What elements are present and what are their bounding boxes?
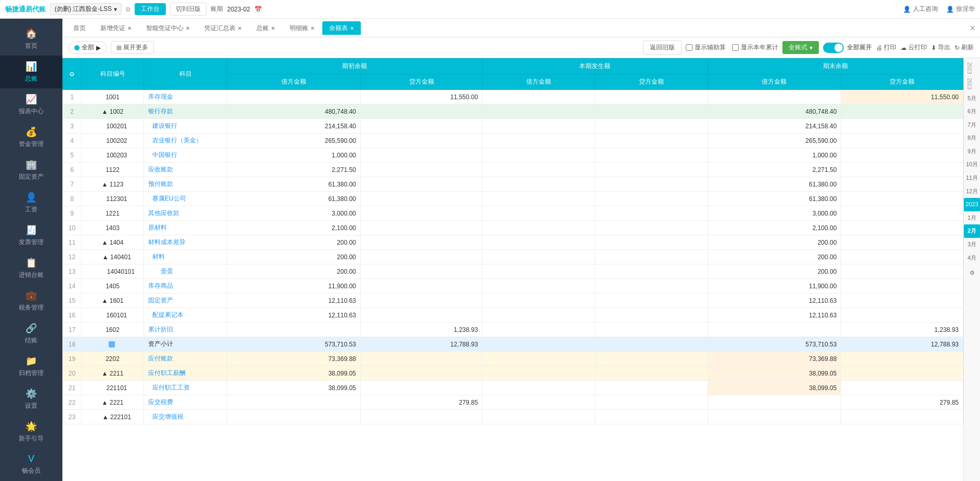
sidebar-item-closing[interactable]: 🔗 结账 xyxy=(0,317,62,350)
row-no: 19 xyxy=(63,352,82,366)
gear-icon[interactable]: ⚙ xyxy=(69,71,75,78)
th-settings[interactable]: ⚙ xyxy=(63,59,82,90)
month-2-current[interactable]: 2月 xyxy=(964,224,980,238)
tab-new-voucher[interactable]: 新增凭证 ✕ xyxy=(94,21,138,35)
refresh-button[interactable]: ↻ 刷新 xyxy=(955,43,974,52)
account-link[interactable]: 材料成本差异 xyxy=(148,238,186,246)
tab-voucher-summary-close[interactable]: ✕ xyxy=(238,25,242,31)
account-link[interactable]: 银行存款 xyxy=(148,108,173,115)
account-link[interactable]: 累计折旧 xyxy=(148,326,173,333)
sidebar-item-invoice[interactable]: 🧾 发票管理 xyxy=(0,219,62,252)
sidebar-item-guide[interactable]: 🌟 新手引导 xyxy=(0,416,62,448)
expand-icon: ⊞ xyxy=(116,44,122,51)
sidebar-item-payroll[interactable]: 👤 工资 xyxy=(0,186,62,219)
workbench-button[interactable]: 工作台 xyxy=(135,3,166,15)
account-link[interactable]: 配提累记本 xyxy=(152,311,184,318)
tab-voucher-summary[interactable]: 凭证汇总表 ✕ xyxy=(198,21,249,35)
tab-general-ledger-close[interactable]: ✕ xyxy=(271,25,275,31)
company-selector[interactable]: (勿删) 江西股金-LSS ▾ xyxy=(50,3,122,15)
account-link[interactable]: 原材料 xyxy=(148,224,167,231)
calendar-icon[interactable]: 📅 xyxy=(254,6,262,13)
show-aux-checkbox[interactable]: 显示辅助算 xyxy=(686,43,726,52)
sidebar-item-member[interactable]: V 畅会员 xyxy=(0,448,62,480)
month-1[interactable]: 1月 xyxy=(964,211,980,225)
account-link[interactable]: 中国银行 xyxy=(152,151,177,158)
expand-all-toggle[interactable]: 全部展开 xyxy=(823,43,872,53)
period-debit: 61,380.00 xyxy=(227,177,361,192)
tab-general-ledger[interactable]: 总账 ✕ xyxy=(250,21,282,35)
sidebar-item-capital[interactable]: 💰 资金管理 xyxy=(0,121,62,154)
sidebar-item-tax[interactable]: 💼 税务管理 xyxy=(0,285,62,317)
month-12[interactable]: 12月 xyxy=(964,185,980,198)
expand-button[interactable]: ⊞ 展开更多 xyxy=(111,41,154,54)
period-credit xyxy=(360,264,482,279)
switch-version-button[interactable]: 切到旧版 xyxy=(170,3,206,16)
curr-credit xyxy=(595,148,708,163)
year-2023-label[interactable]: 2023 xyxy=(964,76,980,91)
tab-balance[interactable]: 余额表 ✕ xyxy=(322,21,361,35)
show-aux-input[interactable] xyxy=(686,44,692,51)
return-old-version-btn[interactable]: 返回旧版 xyxy=(643,41,682,55)
print-button[interactable]: 🖨 打印 xyxy=(876,43,896,52)
sidebar-item-assets[interactable]: 🏢 固定资产 xyxy=(0,154,62,186)
curr-credit xyxy=(595,381,708,395)
month-7[interactable]: 7月 xyxy=(964,118,980,132)
tab-balance-close[interactable]: ✕ xyxy=(350,25,354,31)
sidebar-item-ledger[interactable]: 📊 总账 xyxy=(0,56,62,88)
tab-detail-ledger[interactable]: 明细账 ✕ xyxy=(283,21,321,35)
tab-home[interactable]: 首页 xyxy=(67,21,93,35)
panel-settings-icon[interactable]: ⚙ xyxy=(964,266,980,280)
account-link[interactable]: 农业银行（美金） xyxy=(152,137,202,144)
month-3[interactable]: 3月 xyxy=(964,238,980,251)
account-link[interactable]: 应付职工薪酬 xyxy=(148,369,186,377)
month-6[interactable]: 6月 xyxy=(964,105,980,118)
account-link[interactable]: 材料 xyxy=(152,253,165,260)
copy-icon[interactable]: ⧉ xyxy=(126,6,130,13)
account-link[interactable]: 其他应收款 xyxy=(148,209,179,217)
sidebar-item-archive[interactable]: 📁 归档管理 xyxy=(0,350,62,383)
tab-smart-voucher[interactable]: 智能凭证中心 ✕ xyxy=(139,21,197,35)
account-link[interactable]: 库存现金 xyxy=(148,93,173,100)
account-link[interactable]: 赛属EU公司 xyxy=(152,195,186,202)
month-11[interactable]: 11月 xyxy=(964,171,980,185)
sidebar-item-sales[interactable]: 📋 进销台账 xyxy=(0,252,62,285)
account-link[interactable]: 库存商品 xyxy=(148,282,173,289)
month-9[interactable]: 9月 xyxy=(964,145,980,158)
month-4[interactable]: 4月 xyxy=(964,251,980,265)
account-link[interactable]: 壹蛋 xyxy=(161,268,173,275)
user-profile[interactable]: 👤 徐淫华 xyxy=(946,5,975,14)
account-link[interactable]: 应交增值税 xyxy=(152,413,184,420)
account-link[interactable]: 固定资产 xyxy=(148,297,173,304)
close-all-tabs[interactable]: ✕ xyxy=(970,24,976,32)
table-container[interactable]: ⚙ 科目编号 科目 期初余额 本期发生额 期末余额 借方金额 贷方金额 借方金额 xyxy=(62,58,963,481)
sidebar: 🏠 首页 📊 总账 📈 报表中心 💰 资金管理 🏢 固定资产 👤 工资 🧾 发票… xyxy=(0,19,62,481)
tab-detail-ledger-close[interactable]: ✕ xyxy=(310,25,315,31)
consult-btn[interactable]: 👤 人工咨询 xyxy=(903,5,938,14)
tab-new-voucher-close[interactable]: ✕ xyxy=(127,25,132,31)
sidebar-item-reports[interactable]: 📈 报表中心 xyxy=(0,88,62,121)
show-ytd-input[interactable] xyxy=(732,44,739,51)
sidebar-item-settings[interactable]: ⚙️ 设置 xyxy=(0,383,62,416)
account-link[interactable]: 应交税费 xyxy=(148,398,173,406)
curr-credit xyxy=(595,293,708,308)
cloud-print-button[interactable]: ☁ 云打印 xyxy=(900,43,927,52)
account-link[interactable]: 应收账款 xyxy=(148,166,173,173)
month-10[interactable]: 10月 xyxy=(964,158,980,171)
end-credit xyxy=(841,119,963,133)
sidebar-item-home[interactable]: 🏠 首页 xyxy=(0,23,62,56)
account-link[interactable]: 预付账款 xyxy=(148,180,173,188)
filter-all-button[interactable]: 全部 ▶ xyxy=(69,41,107,54)
month-5[interactable]: 5月 xyxy=(964,92,980,105)
curr-debit xyxy=(482,119,595,133)
year-2023-top[interactable]: 2023 xyxy=(964,60,980,76)
month-8[interactable]: 8月 xyxy=(964,131,980,145)
account-link[interactable]: 建设银行 xyxy=(152,122,177,129)
full-style-button[interactable]: 全账式 ▾ xyxy=(782,41,819,54)
account-link[interactable]: 应付职工工资 xyxy=(152,384,190,391)
account-link[interactable]: 应付账款 xyxy=(148,355,173,362)
tab-smart-voucher-close[interactable]: ✕ xyxy=(186,25,190,31)
export-button[interactable]: ⬇ 导出 xyxy=(931,43,950,52)
show-ytd-checkbox[interactable]: 显示本年累计 xyxy=(732,43,778,52)
toggle-switch[interactable] xyxy=(823,43,844,53)
year-2023-current[interactable]: 2023 xyxy=(964,198,980,211)
